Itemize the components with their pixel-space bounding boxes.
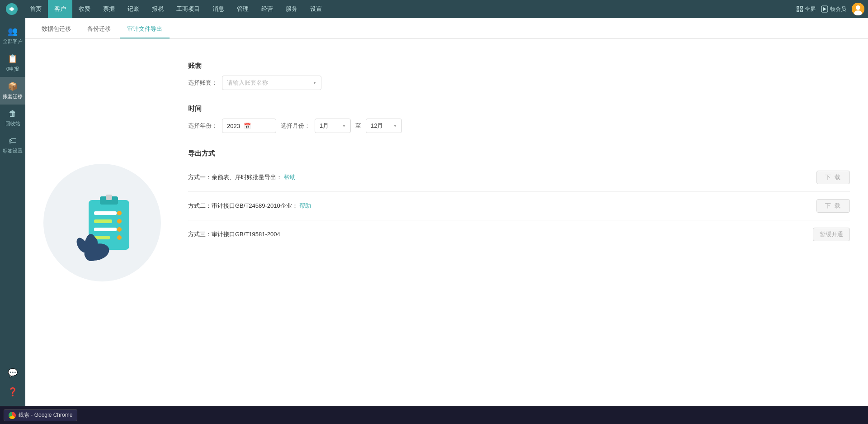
recycle-icon: 🗑 xyxy=(9,109,17,119)
month-start-select[interactable]: 1月 xyxy=(315,119,351,133)
time-section: 时间 选择年份： 2023 📅 选择月份： 1月 至 12月 xyxy=(188,105,850,137)
taskbar: 线索 - Google Chrome xyxy=(0,406,868,424)
svg-rect-2 xyxy=(797,6,799,8)
chrome-icon xyxy=(9,412,16,419)
tab-audit-export[interactable]: 审计文件导出 xyxy=(120,20,170,38)
svg-rect-13 xyxy=(106,195,112,200)
tab-backup-migration[interactable]: 备份迁移 xyxy=(80,20,118,38)
export-title: 导出方式 xyxy=(188,149,850,158)
illustration-svg xyxy=(57,177,147,268)
nav-service[interactable]: 服务 xyxy=(279,0,304,18)
migration-icon: 📦 xyxy=(8,81,18,91)
export-label-3: 方式三：审计接口GB/T19581-2004 xyxy=(188,230,280,238)
nav-customer[interactable]: 客户 xyxy=(48,0,72,18)
nav-message[interactable]: 消息 xyxy=(206,0,231,18)
month-label: 选择月份： xyxy=(281,122,310,130)
time-row: 选择年份： 2023 📅 选择月份： 1月 至 12月 xyxy=(188,119,850,133)
export-method-1: 方式一：余额表、序时账批量导出： 帮助 下 载 xyxy=(188,163,850,192)
play-icon xyxy=(821,5,828,13)
account-select-dropdown[interactable]: 请输入账套名称 xyxy=(222,76,321,90)
export-section: 导出方式 方式一：余额表、序时账批量导出： 帮助 下 载 方式二：审计接口GB/… xyxy=(188,149,850,248)
avatar[interactable] xyxy=(852,3,864,15)
export-help-link-2[interactable]: 帮助 xyxy=(299,202,311,209)
feedback-icon: 💬 xyxy=(8,368,18,378)
nav-operation[interactable]: 经营 xyxy=(255,0,279,18)
svg-marker-7 xyxy=(823,7,826,11)
sidebar-item-zero-filing[interactable]: 📋 0申报 xyxy=(0,49,25,77)
avatar-image xyxy=(852,3,864,15)
nav-business[interactable]: 工商项目 xyxy=(170,0,206,18)
sidebar-label-zero-filing: 0申报 xyxy=(6,66,19,72)
sidebar: 👥 全部客户 📋 0申报 📦 账套迁移 🗑 回收站 🏷 标签设置 💬 ❓ xyxy=(0,18,25,406)
nav-tax[interactable]: 报税 xyxy=(146,0,170,18)
member-label: 畅会员 xyxy=(830,5,846,13)
nav-billing[interactable]: 收费 xyxy=(72,0,97,18)
top-nav: 首页 客户 收费 票据 记账 报税 工商项目 消息 管理 经营 服务 设置 全屏 xyxy=(0,0,868,18)
svg-point-18 xyxy=(117,211,122,215)
nav-manage[interactable]: 管理 xyxy=(231,0,255,18)
svg-point-9 xyxy=(856,5,860,10)
month-start-value: 1月 xyxy=(320,122,329,130)
download-button-1[interactable]: 下 载 xyxy=(816,171,850,184)
separator-text: 至 xyxy=(355,122,361,130)
sidebar-feedback[interactable]: 💬 xyxy=(6,363,19,382)
account-title: 账套 xyxy=(188,62,850,70)
year-value: 2023 xyxy=(227,123,240,129)
sidebar-item-recycle[interactable]: 🗑 回收站 xyxy=(0,105,25,132)
member-button[interactable]: 畅会员 xyxy=(821,5,846,13)
page-content: 账套 选择账套： 请输入账套名称 时间 选择年份： 2023 xyxy=(25,39,868,406)
tabs-bar: 数据包迁移 备份迁移 审计文件导出 xyxy=(25,18,868,39)
main-layout: 👥 全部客户 📋 0申报 📦 账套迁移 🗑 回收站 🏷 标签设置 💬 ❓ xyxy=(0,18,868,406)
sidebar-label-migration: 账套迁移 xyxy=(3,93,23,100)
year-label: 选择年份： xyxy=(188,122,217,130)
tag-icon: 🏷 xyxy=(9,136,17,146)
svg-rect-14 xyxy=(94,211,117,215)
taskbar-chrome[interactable]: 线索 - Google Chrome xyxy=(4,409,77,421)
nav-home[interactable]: 首页 xyxy=(24,0,48,18)
fullscreen-icon xyxy=(797,6,803,12)
content-area: 数据包迁移 备份迁移 审计文件导出 xyxy=(25,18,868,406)
sidebar-help[interactable]: ❓ xyxy=(6,382,19,401)
svg-point-21 xyxy=(117,235,122,240)
svg-rect-4 xyxy=(797,10,799,12)
svg-point-1 xyxy=(10,8,13,10)
svg-rect-3 xyxy=(801,6,802,8)
export-help-link-1[interactable]: 帮助 xyxy=(284,174,296,181)
fullscreen-label: 全屏 xyxy=(805,5,816,13)
form-area: 账套 选择账套： 请输入账套名称 时间 选择年份： 2023 xyxy=(188,52,850,392)
export-label-2: 方式二：审计接口GB/T24589-2010企业： 帮助 xyxy=(188,202,311,210)
taskbar-chrome-label: 线索 - Google Chrome xyxy=(19,411,72,419)
sidebar-item-account-migration[interactable]: 📦 账套迁移 xyxy=(0,77,25,105)
calendar-icon: 📅 xyxy=(244,123,251,129)
export-label-3-text: 方式三：审计接口GB/T19581-2004 xyxy=(188,231,280,238)
export-label-2-text: 方式二：审计接口GB/T24589-2010企业： xyxy=(188,202,298,209)
svg-rect-16 xyxy=(94,228,117,231)
month-end-select[interactable]: 12月 xyxy=(366,119,402,133)
export-method-2: 方式二：审计接口GB/T24589-2010企业： 帮助 下 载 xyxy=(188,192,850,220)
nav-items: 首页 客户 收费 票据 记账 报税 工商项目 消息 管理 经营 服务 设置 xyxy=(24,0,797,18)
export-label-1-text: 方式一：余额表、序时账批量导出： xyxy=(188,174,282,181)
download-button-2[interactable]: 下 载 xyxy=(816,199,850,213)
fullscreen-button[interactable]: 全屏 xyxy=(797,5,816,13)
tab-data-migration[interactable]: 数据包迁移 xyxy=(34,20,78,38)
coming-soon-button[interactable]: 暂缓开通 xyxy=(813,228,850,241)
sidebar-item-all-customers[interactable]: 👥 全部客户 xyxy=(0,22,25,49)
help-icon: ❓ xyxy=(8,387,18,397)
export-method-3: 方式三：审计接口GB/T19581-2004 暂缓开通 xyxy=(188,220,850,248)
illustration-circle xyxy=(43,164,161,281)
nav-bookkeeping[interactable]: 记账 xyxy=(121,0,146,18)
time-title: 时间 xyxy=(188,105,850,113)
svg-rect-5 xyxy=(801,10,802,12)
sidebar-label-all-customers: 全部客户 xyxy=(3,38,23,45)
sidebar-bottom: 💬 ❓ xyxy=(6,363,19,406)
account-select-label: 选择账套： xyxy=(188,79,217,87)
account-section: 账套 选择账套： 请输入账套名称 xyxy=(188,62,850,94)
year-input[interactable]: 2023 📅 xyxy=(222,119,276,133)
customers-icon: 👥 xyxy=(8,26,18,36)
nav-invoice[interactable]: 票据 xyxy=(97,0,121,18)
nav-settings[interactable]: 设置 xyxy=(304,0,328,18)
sidebar-label-tags: 标签设置 xyxy=(3,148,23,154)
svg-point-20 xyxy=(117,227,122,232)
sidebar-item-tag-settings[interactable]: 🏷 标签设置 xyxy=(0,132,25,159)
account-placeholder: 请输入账套名称 xyxy=(227,79,268,87)
